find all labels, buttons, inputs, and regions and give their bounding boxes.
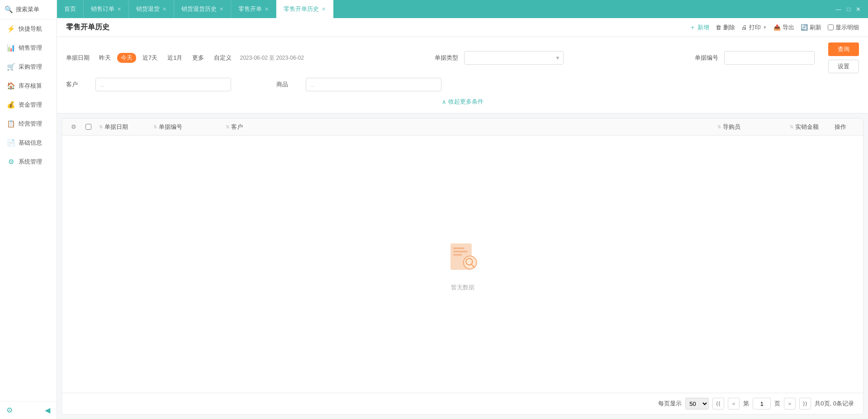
page-title: 零售开单历史 <box>66 23 109 32</box>
date-btn-more[interactable]: 更多 <box>189 53 208 63</box>
sidebar-item-system[interactable]: ⚙ 系统管理 <box>0 152 57 171</box>
col-date-label: 单据日期 <box>104 123 128 131</box>
tab-sales-order-close[interactable]: ✕ <box>117 6 121 12</box>
minimize-button[interactable]: — <box>835 6 841 13</box>
doc-num-label: 单据编号 <box>695 54 720 62</box>
sidebar: 🔍 搜索菜单 ⚡ 快捷导航 📊 销售管理 🛒 采购管理 🏠 库存核算 💰 资金管… <box>0 0 57 419</box>
filter-collapse-btn[interactable]: ∧ 收起更多条件 <box>66 96 859 109</box>
sort-icon[interactable]: ⇅ <box>99 124 103 129</box>
prev-page-btn[interactable]: ＜ <box>728 398 740 410</box>
sidebar-item-quick-nav[interactable]: ⚡ 快捷导航 <box>0 19 57 38</box>
table-select-all[interactable] <box>81 124 95 130</box>
print-button[interactable]: 🖨 打印 ▼ <box>741 24 767 32</box>
refresh-label: 刷新 <box>810 24 821 32</box>
tab-sales-return-history-close[interactable]: ✕ <box>219 6 223 12</box>
tab-sales-return-history[interactable]: 销货退货历史 ✕ <box>174 0 231 18</box>
col-num-label: 单据编号 <box>159 123 182 131</box>
settings-icon[interactable]: ⚙ <box>6 406 13 414</box>
sidebar-item-sales-mgmt[interactable]: 📊 销售管理 <box>0 38 57 57</box>
sort-icon[interactable]: ⇅ <box>717 124 721 129</box>
sidebar-footer: ⚙ ◀ <box>0 401 57 419</box>
doc-type-label: 单据类型 <box>435 54 460 62</box>
sidebar-item-finance[interactable]: 💰 资金管理 <box>0 95 57 114</box>
tab-retail-open-close[interactable]: ✕ <box>265 6 269 12</box>
table-area: ⚙ ⇅ 单据日期 ⇅ 单据编号 ⇅ 客户 ⇅ 导购员 <box>62 118 863 414</box>
collapse-sidebar-icon[interactable]: ◀ <box>45 406 50 414</box>
doc-num-input[interactable] <box>724 51 815 65</box>
col-guide-label: 导购员 <box>723 123 740 131</box>
sidebar-item-label: 资金管理 <box>19 101 42 109</box>
total-info: 共0页, 0条记录 <box>815 400 854 408</box>
system-icon: ⚙ <box>7 158 15 166</box>
sidebar-item-label: 经营管理 <box>19 120 42 128</box>
close-button[interactable]: ✕ <box>856 6 861 13</box>
inventory-icon: 🏠 <box>7 82 15 90</box>
next-page-btn[interactable]: ＞ <box>784 398 796 410</box>
sidebar-item-inventory[interactable]: 🏠 库存核算 <box>0 76 57 95</box>
per-page-select[interactable]: 50 100 <box>685 398 709 410</box>
print-label: 打印 <box>749 24 761 32</box>
sort-icon[interactable]: ⇅ <box>153 124 157 129</box>
date-btn-yesterday[interactable]: 昨天 <box>95 53 114 63</box>
svg-point-4 <box>463 256 476 269</box>
content-area: 零售开单历史 ＋ 新增 🗑 删除 🖨 打印 ▼ 📤 导出 <box>57 18 868 419</box>
tab-sales-return-close[interactable]: ✕ <box>162 6 166 12</box>
per-page-label: 每页显示 <box>658 400 682 408</box>
sidebar-item-operations[interactable]: 📋 经营管理 <box>0 114 57 133</box>
tab-sales-order[interactable]: 销售订单 ✕ <box>84 0 129 18</box>
date-btn-custom[interactable]: 自定义 <box>210 53 235 63</box>
page-header: 零售开单历史 ＋ 新增 🗑 删除 🖨 打印 ▼ 📤 导出 <box>57 18 868 37</box>
date-btn-last-month[interactable]: 近1月 <box>164 53 186 63</box>
sort-icon[interactable]: ⇅ <box>226 124 229 129</box>
svg-rect-2 <box>453 250 467 252</box>
filter-row-1: 单据日期 昨天 今天 近7天 近1月 更多 自定义 2023-06-02 至 2… <box>66 42 859 73</box>
display-detail-button[interactable]: 显示明细 <box>828 24 859 32</box>
add-label: 新增 <box>697 24 709 32</box>
date-btn-today[interactable]: 今天 <box>117 53 136 63</box>
sort-icon[interactable]: ⇅ <box>790 124 793 129</box>
tab-sales-return[interactable]: 销货退货 ✕ <box>129 0 174 18</box>
filter-area: 单据日期 昨天 今天 近7天 近1月 更多 自定义 2023-06-02 至 2… <box>57 37 868 113</box>
tab-home[interactable]: 首页 <box>57 0 84 18</box>
query-button[interactable]: 查询 <box>828 42 859 56</box>
refresh-button[interactable]: 🔄 刷新 <box>801 24 821 32</box>
sidebar-item-label: 销售管理 <box>19 44 42 52</box>
refresh-icon: 🔄 <box>801 24 808 31</box>
last-page-btn[interactable]: ⟩⟩ <box>799 398 811 410</box>
col-header-guide: ⇅ 导购员 <box>714 123 768 131</box>
empty-state: 暂无数据 <box>62 136 863 393</box>
tab-retail-open-label: 零售开单 <box>238 5 262 13</box>
table-settings-btn[interactable]: ⚙ <box>66 123 81 130</box>
first-page-btn[interactable]: ⟨⟨ <box>712 398 724 410</box>
sidebar-item-purchase-mgmt[interactable]: 🛒 采购管理 <box>0 57 57 76</box>
tab-retail-open[interactable]: 零售开单 ✕ <box>231 0 276 18</box>
settings-button[interactable]: 设置 <box>828 60 859 73</box>
product-input[interactable]: ... <box>306 78 441 91</box>
tab-retail-open-history-close[interactable]: ✕ <box>322 6 326 12</box>
doc-type-select-wrap: ▼ <box>464 51 564 65</box>
doc-type-select[interactable] <box>464 51 564 65</box>
sidebar-search[interactable]: 🔍 搜索菜单 <box>0 0 57 19</box>
display-detail-checkbox[interactable] <box>828 24 834 30</box>
export-button[interactable]: 📤 导出 <box>773 24 794 32</box>
col-customer-label: 客户 <box>231 123 243 131</box>
maximize-button[interactable]: □ <box>847 6 850 13</box>
date-btn-last7[interactable]: 近7天 <box>139 53 161 63</box>
main-area: 首页 销售订单 ✕ 销货退货 ✕ 销货退货历史 ✕ 零售开单 ✕ 零售开单历史 … <box>57 0 868 419</box>
pagination: 每页显示 50 100 ⟨⟨ ＜ 第 页 ＞ ⟩⟩ 共0页, 0条记录 <box>62 393 863 414</box>
export-icon: 📤 <box>773 24 781 31</box>
date-range-display: 2023-06-02 至 2023-06-02 <box>240 54 304 62</box>
delete-button[interactable]: 🗑 删除 <box>716 24 735 32</box>
col-amount-label: 实销金额 <box>795 123 819 131</box>
add-button[interactable]: ＋ 新增 <box>689 24 709 32</box>
operations-icon: 📋 <box>7 120 15 128</box>
sidebar-item-basic-info[interactable]: 📄 基础信息 <box>0 133 57 152</box>
select-all-checkbox[interactable] <box>85 124 91 130</box>
tab-sales-order-label: 销售订单 <box>91 5 114 13</box>
col-header-customer: ⇅ 客户 <box>222 123 714 131</box>
col-header-action: 操作 <box>822 123 859 131</box>
product-label: 商品 <box>276 80 301 89</box>
customer-input[interactable]: ... <box>95 78 231 91</box>
page-input[interactable] <box>753 398 771 410</box>
tab-retail-open-history[interactable]: 零售开单历史 ✕ <box>276 0 333 18</box>
